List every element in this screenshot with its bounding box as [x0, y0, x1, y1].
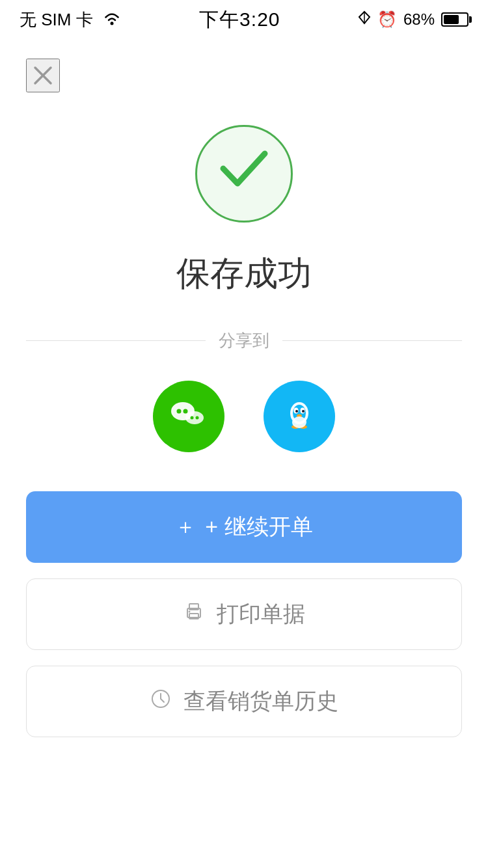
continue-plus-icon: ＋ [175, 513, 196, 541]
success-title: 保存成功 [176, 251, 312, 297]
print-icon [183, 601, 205, 628]
alarm-icon: ⏰ [377, 10, 397, 29]
svg-point-8 [196, 416, 199, 420]
share-divider: 分享到 [26, 329, 462, 352]
history-label: 查看销货单历史 [183, 686, 338, 716]
svg-point-18 [292, 416, 306, 428]
status-time: 下午3:20 [199, 7, 280, 33]
success-circle [195, 125, 293, 223]
status-bar: 无 SIM 卡 下午3:20 ⏰ 68% [0, 0, 488, 39]
main-content: 保存成功 分享到 [0, 39, 488, 753]
location-icon [358, 10, 371, 29]
status-right: ⏰ 68% [358, 10, 468, 29]
battery-indicator [441, 12, 468, 27]
checkmark-icon [218, 146, 270, 198]
print-button[interactable]: 打印单据 [26, 578, 462, 650]
battery-text: 68% [403, 10, 435, 29]
wechat-share-button[interactable] [153, 381, 224, 452]
svg-point-5 [183, 409, 188, 414]
close-button[interactable] [26, 59, 60, 92]
svg-point-22 [189, 611, 191, 613]
print-label: 打印单据 [217, 599, 305, 629]
svg-point-4 [177, 409, 182, 414]
svg-point-14 [302, 410, 305, 413]
close-icon [31, 64, 55, 87]
qq-share-button[interactable] [264, 381, 335, 452]
status-left: 无 SIM 卡 [20, 8, 122, 31]
svg-point-6 [185, 411, 204, 424]
divider-left [26, 340, 206, 341]
share-icons-row [153, 381, 335, 452]
no-sim-text: 无 SIM 卡 [20, 8, 93, 31]
history-icon [150, 688, 172, 715]
svg-point-13 [295, 410, 298, 413]
continue-button[interactable]: ＋ + 继续开单 [26, 491, 462, 563]
svg-point-7 [191, 416, 194, 420]
continue-label: + 继续开单 [205, 512, 312, 542]
divider-right [282, 340, 462, 341]
history-button[interactable]: 查看销货单历史 [26, 666, 462, 737]
wifi-icon [102, 10, 122, 30]
svg-point-0 [110, 21, 113, 25]
share-label: 分享到 [219, 329, 269, 352]
